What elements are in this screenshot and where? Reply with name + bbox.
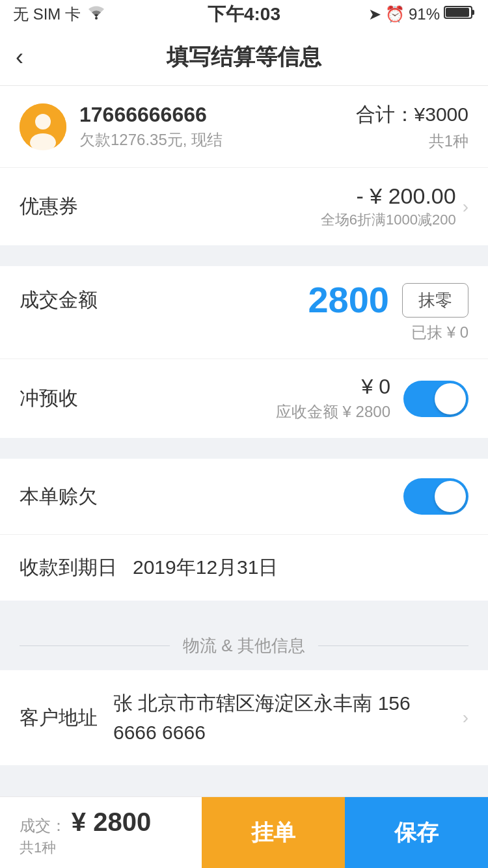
customer-debt: 欠款1276.35元, 现结 <box>79 129 223 150</box>
bottom-bar: 成交： ¥ 2800 共1种 挂单 保存 <box>0 796 488 868</box>
battery-icon <box>444 5 475 24</box>
logistics-line-right <box>318 645 468 646</box>
alarm-icon: ⏰ <box>385 5 405 23</box>
battery-text: 91% <box>409 5 440 23</box>
customer-total: 合计：¥3000 共1种 <box>356 102 468 152</box>
divider-1 <box>0 256 488 266</box>
bottom-deal-label: 成交： <box>20 817 66 834</box>
amount-label: 成交金额 <box>20 287 98 314</box>
svg-rect-3 <box>446 8 469 17</box>
address-chevron-icon: › <box>463 707 468 728</box>
address-section: 客户地址 张 北京市市辖区海淀区永丰南 156 6666 6666 › <box>0 670 488 765</box>
prepay-row: 冲预收 ¥ 0 应收金额 ¥ 2800 <box>0 359 488 438</box>
bottom-deal-value: ¥ 2800 <box>72 807 151 836</box>
status-bar-right: ➤ ⏰ 91% <box>368 5 475 24</box>
svg-point-0 <box>95 17 98 20</box>
logistics-separator: 物流 & 其他信息 <box>0 621 488 670</box>
page-title: 填写结算等信息 <box>167 42 321 72</box>
amount-right: 2800 抹零 <box>308 282 468 318</box>
avatar <box>20 103 66 150</box>
status-bar: 无 SIM 卡 下午4:03 ➤ ⏰ 91% <box>0 0 488 29</box>
coupon-discount: - ¥ 200.00 全场6折满1000减200 <box>321 183 456 230</box>
debt-label: 本单赊欠 <box>20 483 98 510</box>
prepay-right: ¥ 0 应收金额 ¥ 2800 <box>276 375 468 422</box>
amount-section: 成交金额 2800 抹零 已抹 ¥ 0 冲预收 ¥ 0 应收金额 ¥ 2800 <box>0 266 488 438</box>
prepay-value: ¥ 0 <box>276 375 390 399</box>
debt-toggle[interactable] <box>403 478 468 515</box>
prepay-amount: ¥ 0 应收金额 ¥ 2800 <box>276 375 390 422</box>
total-count: 共1种 <box>356 131 468 152</box>
logistics-text: 物流 & 其他信息 <box>183 634 305 657</box>
coupon-row[interactable]: 优惠券 - ¥ 200.00 全场6折满1000减200 › <box>0 167 488 245</box>
customer-section: 17666666666 欠款1276.35元, 现结 合计：¥3000 共1种 … <box>0 86 488 245</box>
address-value: 张 北京市市辖区海淀区永丰南 156 6666 6666 <box>113 688 447 747</box>
wifi-icon <box>86 5 107 23</box>
customer-phone: 17666666666 <box>79 103 223 127</box>
back-button[interactable]: ‹ <box>16 44 23 71</box>
total-amount: 合计：¥3000 <box>356 102 468 128</box>
address-label: 客户地址 <box>20 705 98 731</box>
duedate-row: 收款到期日 2019年12月31日 <box>0 534 488 601</box>
coupon-chevron-icon: › <box>463 197 468 217</box>
address-row[interactable]: 客户地址 张 北京市市辖区海淀区永丰南 156 6666 6666 › <box>0 670 488 765</box>
debt-row: 本单赊欠 <box>0 459 488 534</box>
customer-info: 17666666666 欠款1276.35元, 现结 <box>79 103 223 150</box>
carrier-text: 无 SIM 卡 <box>13 4 81 25</box>
logistics-line-left <box>20 645 170 646</box>
page-header: ‹ 填写结算等信息 <box>0 29 488 86</box>
round-button[interactable]: 抹零 <box>402 283 468 318</box>
prepay-toggle[interactable] <box>403 381 468 417</box>
hold-button[interactable]: 挂单 <box>202 797 345 869</box>
prepay-label: 冲预收 <box>20 385 78 412</box>
duedate-value: 2019年12月31日 <box>133 554 278 581</box>
amount-sub: 已抹 ¥ 0 <box>20 322 468 343</box>
prepay-receivable: 应收金额 ¥ 2800 <box>276 401 390 422</box>
bottom-info: 成交： ¥ 2800 共1种 <box>0 807 202 858</box>
customer-left: 17666666666 欠款1276.35元, 现结 <box>20 103 223 150</box>
save-button[interactable]: 保存 <box>345 797 488 869</box>
status-bar-time: 下午4:03 <box>208 2 280 27</box>
duedate-label: 收款到期日 <box>20 554 117 581</box>
toggle-knob <box>435 383 466 414</box>
amount-value: 2800 <box>308 282 389 318</box>
svg-rect-2 <box>472 10 474 15</box>
svg-point-5 <box>35 114 51 129</box>
amount-row: 成交金额 2800 抹零 <box>20 282 468 318</box>
coupon-desc: 全场6折满1000减200 <box>321 210 456 230</box>
status-bar-left: 无 SIM 卡 <box>13 4 107 25</box>
debt-section: 本单赊欠 收款到期日 2019年12月31日 <box>0 459 488 601</box>
bottom-count: 共1种 <box>20 838 182 858</box>
debt-toggle-knob <box>435 481 466 512</box>
coupon-amount: - ¥ 200.00 <box>321 183 456 209</box>
divider-3 <box>0 611 488 621</box>
bottom-deal-row: 成交： ¥ 2800 <box>20 807 182 837</box>
coupon-right: - ¥ 200.00 全场6折满1000减200 › <box>321 183 468 230</box>
amount-row-wrapper: 成交金额 2800 抹零 已抹 ¥ 0 <box>0 266 488 359</box>
customer-row: 17666666666 欠款1276.35元, 现结 合计：¥3000 共1种 <box>0 86 488 167</box>
divider-2 <box>0 448 488 459</box>
coupon-label: 优惠券 <box>20 193 78 220</box>
location-icon: ➤ <box>368 5 381 23</box>
